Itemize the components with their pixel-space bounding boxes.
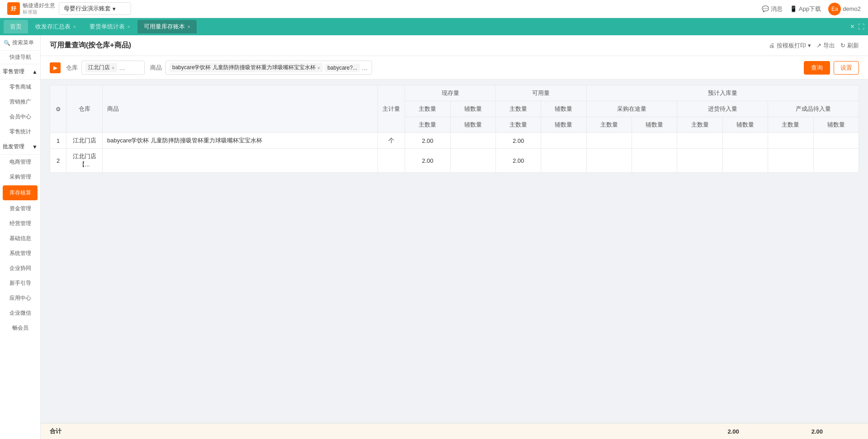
refresh-label: 刷新: [847, 42, 859, 50]
app-download-action[interactable]: 📱 App下载: [790, 5, 821, 13]
th-gear[interactable]: ⚙: [50, 85, 66, 133]
sidebar-item-basic-info[interactable]: 基础信息: [0, 231, 40, 246]
sidebar-item-member-center[interactable]: 会员中心: [0, 109, 40, 124]
warehouse-filter-more[interactable]: ...: [119, 64, 125, 72]
sidebar-item-wholesale-mgmt[interactable]: 批发管理 ▼: [0, 139, 40, 155]
cell-seq: 2: [50, 149, 66, 173]
close-all-tabs-icon[interactable]: ×: [850, 23, 854, 31]
settings-button[interactable]: 设置: [834, 61, 859, 75]
sidebar-item-inventory[interactable]: 库存核算: [3, 185, 38, 200]
tab-receive-pay[interactable]: 收发存汇总表 ×: [29, 20, 82, 33]
sidebar-item-enterprise-collab[interactable]: 企业协同: [0, 261, 40, 276]
table-row: 1 江北门店 babycare学饮杯 儿童防摔防撞吸管杯重力球吸嘴杯宝宝水杯 个…: [50, 133, 859, 149]
th-pt-sub: 辅数量: [632, 117, 677, 133]
cell-avail-sub: [541, 133, 586, 149]
th-main-unit: 主计量: [378, 85, 405, 133]
refresh-btn[interactable]: ↻ 刷新: [840, 42, 859, 50]
warehouse-filter-label: 仓库: [66, 64, 78, 72]
sidebar: 🔍 搜索菜单 快捷导航 零售管理 ▲ 零售商城 营销推广 会员中心 零售统计 批…: [0, 35, 41, 439]
sidebar-new-guide-label: 新手引导: [9, 280, 31, 286]
sidebar-item-marketing[interactable]: 营销推广: [0, 94, 40, 109]
cell-fp-sub: [813, 133, 859, 149]
logo-sub: 标准版: [23, 9, 55, 15]
sidebar-basic-info-label: 基础信息: [9, 235, 31, 241]
footer-label: 合计: [50, 427, 61, 435]
print-template-btn[interactable]: 🖨 按模板打印 ▾: [769, 42, 811, 50]
tab-order-summary-close[interactable]: ×: [127, 24, 130, 29]
search-icon: 🔍: [4, 40, 10, 46]
sidebar-app-center-label: 应用中心: [9, 295, 31, 301]
sidebar-marketing-label: 营销推广: [9, 99, 31, 105]
sidebar-item-new-guide[interactable]: 新手引导: [0, 276, 40, 291]
chevron-down-icon3: ▾: [808, 42, 811, 49]
th-avail-sub: 辅数量: [541, 101, 586, 117]
th-pt-main: 主数量: [586, 117, 632, 133]
sidebar-quick-nav[interactable]: 快捷导航: [0, 51, 40, 64]
page-header: 可用量查询(按仓库+商品) 🖨 按模板打印 ▾ ↗ 导出 ↻ 刷新: [41, 35, 868, 56]
product-filter-input[interactable]: babycare学饮杯 儿童防摔防撞吸管杯重力球吸嘴杯宝宝水杯 × babyca…: [165, 61, 372, 75]
sidebar-enterprise-wechat-label: 企业微信: [9, 310, 31, 316]
sidebar-item-finance[interactable]: 资金管理: [0, 201, 40, 216]
th-estimated-inbound-group: 预计入库量: [586, 85, 859, 101]
th-product: 商品: [103, 85, 378, 133]
sidebar-item-app-center[interactable]: 应用中心: [0, 291, 40, 306]
industry-selector[interactable]: 母婴行业演示账套 ▾: [59, 2, 131, 15]
cell-warehouse: 江北门店【...: [66, 149, 103, 173]
sidebar-item-retail-stats[interactable]: 零售统计: [0, 124, 40, 139]
product-filter-label: 商品: [150, 64, 162, 72]
user-area[interactable]: Ea demo2: [828, 3, 861, 15]
table-scroll[interactable]: ⚙ 仓库 商品 主计量 现存量 可用量 预计入库量 主数量: [50, 85, 859, 173]
footer-avail-main: 2.00: [811, 428, 823, 435]
message-icon: 💬: [762, 5, 769, 12]
tab-receive-pay-close[interactable]: ×: [73, 24, 76, 29]
sidebar-item-system[interactable]: 系统管理: [0, 246, 40, 261]
message-action[interactable]: 💬 消息: [762, 5, 783, 13]
content-area: 可用量查询(按仓库+商品) 🖨 按模板打印 ▾ ↗ 导出 ↻ 刷新: [41, 35, 868, 439]
product-filter-tag2: babycare?...: [325, 64, 360, 72]
sidebar-ecommerce-label: 电商管理: [9, 159, 31, 165]
logo-area: 好 畅捷通好生意 标准版: [7, 2, 55, 15]
filter-actions: 查询 设置: [804, 61, 859, 75]
warehouse-filter-input[interactable]: 江北门店 × ...: [81, 61, 145, 75]
print-icon: 🖨: [769, 42, 775, 49]
th-purchase-transit: 采购在途量: [586, 101, 677, 117]
product-tag2-text: babycare?...: [327, 65, 357, 71]
warehouse-tag-remove[interactable]: ×: [112, 65, 114, 71]
sidebar-item-member[interactable]: 畅会员: [0, 321, 40, 335]
cell-seq: 1: [50, 133, 66, 149]
sidebar-search[interactable]: 🔍 搜索菜单: [0, 35, 40, 51]
th-fp-main: 主数量: [768, 117, 813, 133]
product-tag1-remove[interactable]: ×: [317, 65, 320, 71]
logo-text-block: 畅捷通好生意 标准版: [23, 2, 55, 15]
tab-available-stock[interactable]: 可用量库存账本 ×: [137, 20, 197, 33]
data-table: ⚙ 仓库 商品 主计量 现存量 可用量 预计入库量 主数量: [50, 85, 859, 173]
cell-avail-sub: [541, 149, 586, 173]
filter-toggle-btn[interactable]: ▶: [50, 62, 61, 73]
product-filter-more[interactable]: ...: [362, 64, 368, 72]
product-tag1-text: babycare学饮杯 儿童防摔防撞吸管杯重力球吸嘴杯宝宝水杯: [172, 64, 316, 71]
tab-home[interactable]: 首页: [4, 20, 28, 33]
export-icon: ↗: [816, 42, 821, 49]
industry-label: 母婴行业演示账套: [64, 5, 111, 13]
sidebar-item-ecommerce[interactable]: 电商管理: [0, 155, 40, 170]
sidebar-item-retail-mgmt[interactable]: 零售管理 ▲: [0, 64, 40, 80]
gear-icon: ⚙: [56, 106, 61, 113]
sidebar-item-enterprise-wechat[interactable]: 企业微信: [0, 306, 40, 321]
th-current-stock-group: 现存量: [405, 85, 496, 101]
export-btn[interactable]: ↗ 导出: [816, 42, 835, 50]
phone-icon: 📱: [790, 5, 797, 12]
chevron-down-icon: ▾: [113, 5, 116, 12]
tab-available-stock-close[interactable]: ×: [188, 24, 190, 29]
sidebar-item-retail-mall[interactable]: 零售商城: [0, 80, 40, 94]
top-bar: 好 畅捷通好生意 标准版 母婴行业演示账套 ▾ 💬 消息 📱 App下载 Ea …: [0, 0, 868, 18]
sidebar-item-operation[interactable]: 经营管理: [0, 216, 40, 231]
print-template-label: 按模板打印: [777, 42, 806, 50]
query-button[interactable]: 查询: [804, 61, 830, 75]
sidebar-purchase-label: 采购管理: [9, 174, 31, 180]
top-bar-right: 💬 消息 📱 App下载 Ea demo2: [762, 3, 861, 15]
tab-order-summary[interactable]: 要货单统计表 ×: [83, 20, 137, 33]
cell-stock-sub: [450, 149, 495, 173]
cell-pp-main: [677, 133, 722, 149]
fullscreen-icon[interactable]: ⛶: [858, 23, 864, 30]
sidebar-item-purchase[interactable]: 采购管理: [0, 170, 40, 184]
